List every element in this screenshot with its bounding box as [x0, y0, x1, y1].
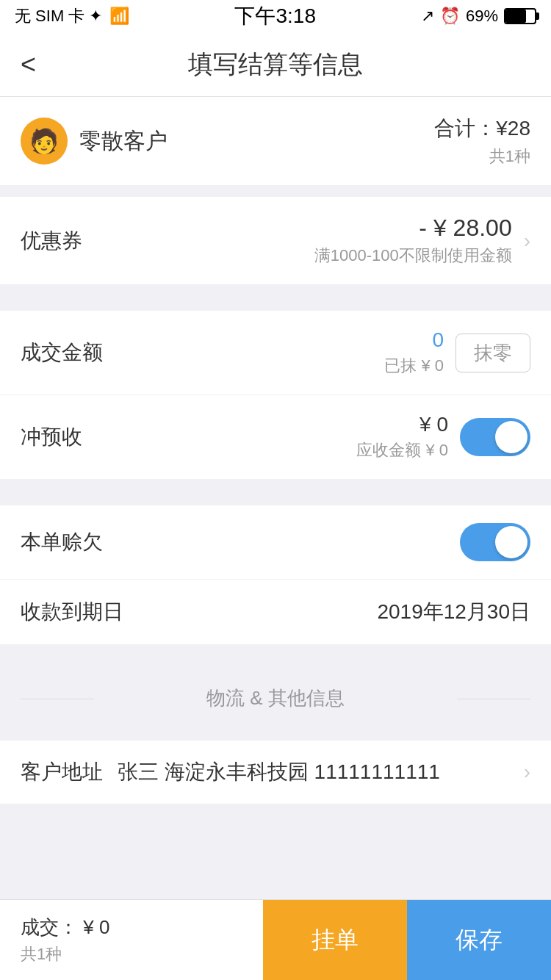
content: 🧑 零散客户 合计：¥28 共1种 优惠券 - ¥ 28.00 满1000-10… — [0, 97, 551, 892]
debt-label: 本单赊欠 — [21, 528, 103, 556]
customer-info: 🧑 零散客户 — [21, 118, 168, 165]
transaction-value: 0 — [384, 328, 444, 352]
status-time: 下午3:18 — [234, 2, 316, 30]
coupon-value-block: - ¥ 28.00 满1000-100不限制使用金额 — [314, 215, 512, 267]
customer-summary: 合计：¥28 共1种 — [434, 115, 530, 167]
transaction-sub: 已抹 ¥ 0 — [384, 355, 444, 377]
battery-icon — [504, 8, 536, 24]
address-row[interactable]: 客户地址 张三 海淀永丰科技园 11111111111 › — [0, 741, 551, 804]
due-date-label: 收款到期日 — [21, 598, 123, 626]
save-button[interactable]: 保存 — [407, 900, 551, 980]
transaction-label: 成交金额 — [21, 339, 103, 367]
coupon-label: 优惠券 — [21, 227, 82, 255]
coupon-row[interactable]: 优惠券 - ¥ 28.00 满1000-100不限制使用金额 › — [0, 197, 551, 284]
location-icon: ↗ — [421, 7, 434, 26]
prepayment-row: 冲预收 ¥ 0 应收金额 ¥ 0 — [0, 395, 551, 479]
transaction-value-block: 0 已抹 ¥ 0 — [384, 328, 444, 377]
coupon-sub: 满1000-100不限制使用金额 — [314, 245, 512, 267]
round-zero-button[interactable]: 抹零 — [455, 334, 530, 372]
chevron-right-icon: › — [524, 229, 530, 253]
coupon-section: 优惠券 - ¥ 28.00 满1000-100不限制使用金额 › — [0, 197, 551, 284]
logistics-header-text: 物流 & 其他信息 — [206, 687, 345, 709]
no-sim-label: 无 SIM 卡 ✦ — [15, 5, 102, 27]
alarm-icon: ⏰ — [440, 7, 460, 26]
transaction-section: 成交金额 0 已抹 ¥ 0 抹零 冲预收 ¥ 0 应收金额 ¥ 0 — [0, 311, 551, 479]
debt-section: 本单赊欠 收款到期日 2019年12月30日 — [0, 505, 551, 644]
customer-count: 共1种 — [434, 145, 530, 167]
divider-1 — [0, 296, 551, 311]
address-chevron-icon: › — [524, 760, 530, 784]
transaction-row: 成交金额 0 已抹 ¥ 0 抹零 — [0, 311, 551, 395]
divider-3 — [0, 656, 551, 671]
nav-bar: < 填写结算等信息 — [0, 32, 551, 97]
transaction-right: 0 已抹 ¥ 0 抹零 — [384, 328, 530, 377]
prepayment-value: ¥ 0 — [356, 413, 448, 436]
prepayment-sub: 应收金额 ¥ 0 — [356, 439, 448, 461]
toggle-knob — [495, 421, 527, 453]
avatar: 🧑 — [21, 118, 68, 165]
bottom-transaction: 成交： ¥ 0 — [21, 915, 242, 940]
bottom-info: 成交： ¥ 0 共1种 — [0, 900, 263, 980]
bottom-count: 共1种 — [21, 943, 242, 965]
prepayment-toggle[interactable] — [460, 418, 530, 456]
debt-row: 本单赊欠 — [0, 505, 551, 580]
bottom-transaction-value: ¥ 0 — [83, 916, 109, 938]
debt-toggle[interactable] — [460, 523, 530, 561]
bottom-bar: 成交： ¥ 0 共1种 挂单 保存 — [0, 899, 551, 980]
back-button[interactable]: < — [21, 49, 36, 80]
bottom-transaction-label: 成交： — [21, 916, 78, 938]
debt-toggle-knob — [495, 526, 527, 558]
coupon-right: - ¥ 28.00 满1000-100不限制使用金额 › — [314, 215, 530, 267]
customer-section: 🧑 零散客户 合计：¥28 共1种 — [0, 97, 551, 185]
coupon-value: - ¥ 28.00 — [314, 215, 512, 242]
page-title: 填写结算等信息 — [188, 48, 363, 82]
battery-percent: 69% — [466, 7, 498, 26]
status-left: 无 SIM 卡 ✦ 📶 — [15, 5, 129, 27]
customer-total: 合计：¥28 — [434, 115, 530, 143]
wifi-icon: 📶 — [109, 7, 129, 26]
address-label: 客户地址 — [21, 758, 103, 786]
debt-right — [460, 523, 530, 561]
address-value: 张三 海淀永丰科技园 11111111111 — [118, 758, 524, 786]
due-date-row: 收款到期日 2019年12月30日 — [0, 580, 551, 644]
hold-button[interactable]: 挂单 — [263, 900, 407, 980]
status-bar: 无 SIM 卡 ✦ 📶 下午3:18 ↗ ⏰ 69% — [0, 0, 551, 32]
divider-2 — [0, 491, 551, 505]
avatar-icon: 🧑 — [29, 127, 59, 155]
prepayment-value-block: ¥ 0 应收金额 ¥ 0 — [356, 413, 448, 461]
divider-4 — [0, 726, 551, 741]
prepayment-label: 冲预收 — [21, 423, 82, 451]
status-right: ↗ ⏰ 69% — [421, 7, 536, 26]
customer-name: 零散客户 — [79, 126, 168, 156]
prepayment-right: ¥ 0 应收金额 ¥ 0 — [356, 413, 530, 461]
logistics-header: 物流 & 其他信息 — [0, 671, 551, 726]
due-date-value: 2019年12月30日 — [377, 598, 530, 626]
